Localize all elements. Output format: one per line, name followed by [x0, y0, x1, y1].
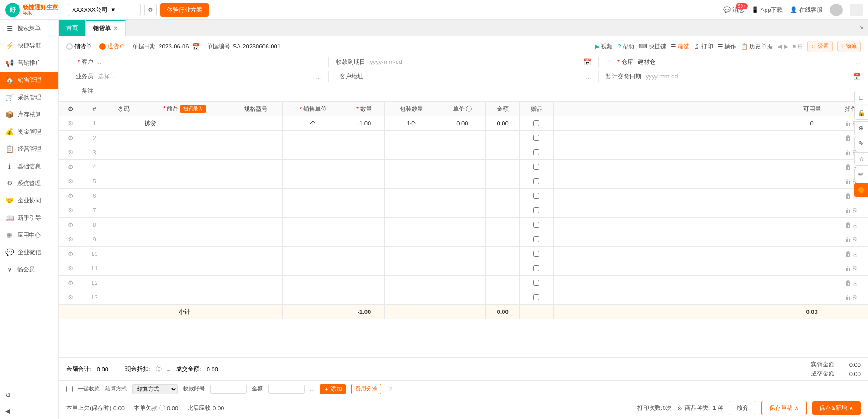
trial-button[interactable]: 体验行业方案	[160, 3, 209, 17]
row-spec-9[interactable]	[228, 247, 283, 261]
sidebar-item-purchase[interactable]: 🛒 采购管理	[0, 89, 58, 106]
sidebar-item-guide[interactable]: 📖 新手引导	[0, 209, 58, 226]
abandon-button[interactable]: 放弃	[729, 401, 756, 415]
overdue-help[interactable]: ⓘ	[159, 404, 165, 412]
row-amount-3[interactable]	[486, 160, 520, 174]
discount-help-icon[interactable]: ⓪	[156, 365, 162, 373]
row-amount-10[interactable]	[486, 261, 520, 276]
row-pkgqty-5[interactable]	[384, 189, 439, 203]
row-gift-5[interactable]	[519, 189, 553, 203]
copy-row-7[interactable]: ⎘	[853, 222, 857, 229]
row-gift-10[interactable]	[519, 261, 553, 276]
float-btn-7[interactable]: 🔶	[854, 183, 868, 197]
row-qty-5[interactable]	[344, 189, 384, 203]
row-product-8[interactable]	[141, 232, 228, 247]
copy-row-12[interactable]: ⎘	[853, 294, 857, 301]
copy-row-6[interactable]: ⎘	[853, 207, 857, 214]
row-product-10[interactable]	[141, 261, 228, 276]
row-unit-7[interactable]	[283, 218, 344, 232]
copy-row-9[interactable]: ⎘	[853, 250, 857, 258]
delete-row-7[interactable]: 🗑	[845, 222, 851, 229]
gift-checkbox-12[interactable]	[533, 294, 539, 300]
tab-sales-order[interactable]: 销货单 ✕	[86, 20, 126, 36]
row-amount-5[interactable]	[486, 189, 520, 203]
row-qty-4[interactable]	[344, 174, 384, 189]
sidebar-item-marketing[interactable]: 📢 营销推广	[0, 54, 58, 72]
row-barcode-7[interactable]	[107, 218, 141, 232]
sidebar-item-sales[interactable]: 🏠 销售管理	[0, 72, 58, 89]
row-qty-1[interactable]	[344, 131, 384, 145]
help-action[interactable]: ? 帮助	[617, 43, 634, 51]
save-draft-button[interactable]: 保存草稿 ∧	[761, 401, 807, 415]
settings-btn[interactable]: ⊙ 设置	[807, 41, 832, 52]
sidebar-settings-button[interactable]: ⚙	[0, 387, 58, 403]
row-gift-3[interactable]	[519, 160, 553, 174]
grid-view-icon[interactable]: ⊞	[798, 43, 803, 50]
row-product-2[interactable]	[141, 145, 228, 160]
row-spec-8[interactable]	[228, 232, 283, 247]
row-gift-11[interactable]	[519, 276, 553, 290]
print-action[interactable]: 🖨 打印	[694, 43, 713, 51]
row-price-10[interactable]	[439, 261, 486, 276]
row-qty-11[interactable]	[344, 276, 384, 290]
gift-checkbox-8[interactable]	[533, 236, 539, 242]
row-amount-9[interactable]	[486, 247, 520, 261]
note-input[interactable]	[96, 86, 861, 96]
gift-checkbox-2[interactable]	[533, 149, 539, 155]
row-price-8[interactable]	[439, 232, 486, 247]
row-amount-0[interactable]: 0.00	[486, 116, 520, 131]
row-pkgqty-12[interactable]	[384, 290, 439, 305]
row-spec-5[interactable]	[228, 189, 283, 203]
row-gift-1[interactable]	[519, 131, 553, 145]
row-price-4[interactable]	[439, 174, 486, 189]
row-price-1[interactable]	[439, 131, 486, 145]
row-barcode-11[interactable]	[107, 276, 141, 290]
row-qty-10[interactable]	[344, 261, 384, 276]
row-spec-11[interactable]	[228, 276, 283, 290]
shortcut-action[interactable]: ⌨ 快捷键	[639, 43, 666, 51]
row-spec-12[interactable]	[228, 290, 283, 305]
row-unit-5[interactable]	[283, 189, 344, 203]
row-spec-0[interactable]	[228, 116, 283, 131]
row-barcode-4[interactable]	[107, 174, 141, 189]
sidebar-item-operation[interactable]: 📋 经营管理	[0, 140, 58, 158]
customer-input[interactable]: ...	[96, 57, 321, 67]
gift-checkbox-0[interactable]	[533, 120, 539, 126]
salesperson-input[interactable]: 选择...	[96, 71, 313, 82]
row-qty-6[interactable]	[344, 203, 384, 218]
row-spec-1[interactable]	[228, 131, 283, 145]
delivery-date-input[interactable]: yyyy-mm-dd	[644, 71, 850, 82]
row-pkgqty-7[interactable]	[384, 218, 439, 232]
row-pkgqty-1[interactable]	[384, 131, 439, 145]
row-unit-11[interactable]	[283, 276, 344, 290]
row-unit-2[interactable]	[283, 145, 344, 160]
customer-addr-more[interactable]: ...	[586, 73, 591, 80]
row-pkgqty-10[interactable]	[384, 261, 439, 276]
row-unit-3[interactable]	[283, 160, 344, 174]
delete-row-0[interactable]: 🗑	[845, 120, 851, 127]
gift-checkbox-4[interactable]	[533, 178, 539, 184]
row-barcode-3[interactable]	[107, 160, 141, 174]
row-price-2[interactable]	[439, 145, 486, 160]
delete-row-6[interactable]: 🗑	[845, 207, 851, 214]
account-input[interactable]	[210, 385, 247, 394]
history-action[interactable]: 📋 历史单据	[741, 43, 773, 51]
app-download-button[interactable]: 📱 App下载	[752, 6, 783, 14]
add-payment-button[interactable]: ＋ 添加	[320, 384, 346, 394]
sidebar-item-shortcut[interactable]: ⚡ 快捷导航	[0, 37, 58, 54]
row-unit-8[interactable]	[283, 232, 344, 247]
expense-button[interactable]: 费用分摊	[351, 384, 381, 394]
row-barcode-0[interactable]	[107, 116, 141, 131]
row-pkgqty-11[interactable]	[384, 276, 439, 290]
customer-addr-input[interactable]	[366, 71, 583, 82]
prev-arrow[interactable]: ◀	[777, 43, 782, 50]
row-product-0[interactable]: 拣货	[141, 116, 228, 131]
row-barcode-10[interactable]	[107, 261, 141, 276]
row-price-5[interactable]	[439, 189, 486, 203]
row-barcode-6[interactable]	[107, 203, 141, 218]
row-spec-10[interactable]	[228, 261, 283, 276]
delete-row-1[interactable]: 🗑	[845, 135, 851, 142]
row-price-9[interactable]	[439, 247, 486, 261]
row-price-11[interactable]	[439, 276, 486, 290]
row-product-12[interactable]	[141, 290, 228, 305]
